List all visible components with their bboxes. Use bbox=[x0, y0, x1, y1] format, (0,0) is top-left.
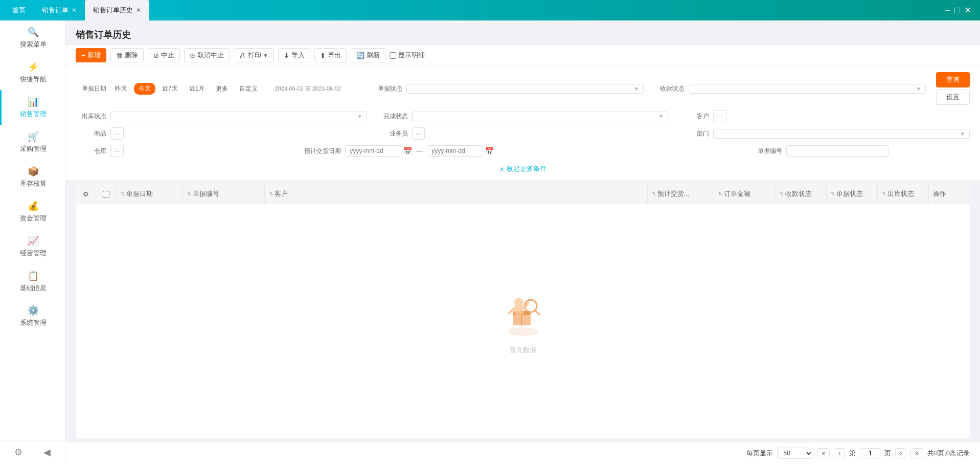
settings-bottom-icon[interactable]: ⚙ bbox=[14, 447, 22, 458]
order-number-input[interactable] bbox=[786, 145, 888, 157]
th-status[interactable]: ⇅ 单据状态 bbox=[827, 184, 878, 204]
calendar-start-icon[interactable]: 📅 bbox=[403, 147, 412, 155]
th-warehouse-status[interactable]: ⇅ 出库状态 bbox=[878, 184, 929, 204]
warehouse-status-select[interactable]: ▼ bbox=[110, 112, 367, 121]
goods-label: 商品 bbox=[76, 129, 106, 138]
import-button[interactable]: ⬇ 导入 bbox=[278, 48, 310, 62]
collapse-row[interactable]: ∧ 收起更多条件 bbox=[76, 162, 970, 173]
th-receipt[interactable]: ⇅ 收款状态 bbox=[776, 184, 827, 204]
date-tab-custom[interactable]: 自定义 bbox=[235, 83, 262, 95]
complete-status-select[interactable]: ▼ bbox=[412, 112, 669, 121]
order-status-label: 单据状态 bbox=[372, 84, 402, 93]
filter-area: 单据日期 昨天 今天 近7天 近1月 更多 自定义 2023-06-02 至 2 bbox=[65, 66, 980, 180]
goods-dots-btn[interactable]: ··· bbox=[110, 127, 124, 140]
tab-sales-order-close[interactable]: ✕ bbox=[72, 7, 77, 14]
date-tabs: 昨天 今天 近7天 近1月 更多 自定义 bbox=[110, 83, 262, 95]
sidebar: 🔍 搜索菜单 ⚡ 快捷导航 📊 销售管理 🛒 采购管理 📦 库存核算 💰 资金管… bbox=[0, 20, 65, 464]
basic-info-icon: 📋 bbox=[28, 270, 39, 281]
date-tab-today[interactable]: 今天 bbox=[134, 83, 155, 95]
filter-goods: 商品 ··· bbox=[76, 127, 367, 140]
date-tab-more[interactable]: 更多 bbox=[211, 83, 233, 95]
window-minimize[interactable]: − bbox=[945, 5, 951, 16]
th-date[interactable]: ⇅ 单据日期 bbox=[117, 184, 183, 204]
query-actions: 查询 设置 bbox=[936, 72, 970, 105]
tab-sales-order[interactable]: 销售订单 ✕ bbox=[34, 0, 85, 20]
collapse-icon[interactable]: ◀ bbox=[43, 447, 51, 458]
department-select[interactable]: ▼ bbox=[713, 129, 970, 139]
filter-order-number: 单据编号 bbox=[751, 145, 970, 157]
print-button[interactable]: 🖨 打印 ▼ bbox=[234, 48, 274, 62]
sidebar-item-operations[interactable]: 📈 经营管理 bbox=[0, 229, 65, 264]
complete-status-label: 完成状态 bbox=[377, 112, 408, 121]
tab-home[interactable]: 首页 bbox=[4, 0, 34, 20]
date-tab-last7[interactable]: 近7天 bbox=[157, 83, 183, 95]
th-amount[interactable]: ⇅ 订单金额 bbox=[714, 184, 776, 204]
sort-icon-number: ⇅ bbox=[187, 191, 191, 196]
sidebar-item-purchase-mgmt[interactable]: 🛒 采购管理 bbox=[0, 125, 65, 160]
collapse-label: 收起更多条件 bbox=[507, 164, 546, 173]
filter-row-2: 出库状态 ▼ 完成状态 ▼ 客户 ··· bbox=[76, 110, 970, 122]
delivery-date-start[interactable] bbox=[345, 145, 401, 157]
import-label: 导入 bbox=[291, 51, 305, 60]
th-number[interactable]: ⇅ 单据编号 bbox=[183, 184, 265, 204]
purchase-mgmt-icon: 🛒 bbox=[28, 131, 39, 142]
sort-icon-date: ⇅ bbox=[121, 191, 125, 196]
inventory-icon: 📦 bbox=[28, 166, 39, 177]
first-page-button[interactable]: « bbox=[817, 448, 830, 458]
select-all-checkbox[interactable] bbox=[103, 191, 109, 197]
delete-button[interactable]: 🗑 删除 bbox=[110, 48, 144, 62]
svg-line-6 bbox=[535, 311, 539, 315]
cancel-stop-button[interactable]: ⊙ 取消中止 bbox=[184, 48, 230, 62]
customer-dots-btn[interactable]: ··· bbox=[713, 110, 726, 122]
warehouse-dots-btn[interactable]: ··· bbox=[110, 145, 124, 157]
calendar-end-icon[interactable]: 📅 bbox=[485, 147, 494, 155]
date-tab-last1m[interactable]: 近1月 bbox=[185, 83, 210, 95]
prev-page-button[interactable]: ‹ bbox=[834, 448, 845, 458]
system-icon: ⚙️ bbox=[28, 305, 39, 316]
salesperson-dots-btn[interactable]: ··· bbox=[412, 127, 425, 140]
stop-icon: ⊘ bbox=[153, 52, 159, 59]
window-maximize[interactable]: □ bbox=[954, 5, 960, 16]
complete-status-chevron: ▼ bbox=[658, 114, 664, 119]
export-button[interactable]: ⬆ 导出 bbox=[314, 48, 347, 62]
sidebar-item-search-menu[interactable]: 🔍 搜索菜单 bbox=[0, 20, 65, 55]
order-status-select[interactable]: ▼ bbox=[406, 84, 644, 94]
sidebar-item-inventory[interactable]: 📦 库存核算 bbox=[0, 160, 65, 194]
next-page-button[interactable]: › bbox=[895, 448, 906, 458]
current-page-input[interactable] bbox=[860, 448, 880, 458]
delivery-date-end[interactable] bbox=[427, 145, 483, 157]
sidebar-item-operations-label: 经营管理 bbox=[20, 249, 47, 258]
sidebar-item-quick-nav[interactable]: ⚡ 快捷导航 bbox=[0, 55, 65, 90]
display-columns-checkbox[interactable] bbox=[390, 52, 396, 59]
sidebar-item-sales-mgmt[interactable]: 📊 销售管理 bbox=[0, 90, 65, 125]
query-button[interactable]: 查询 bbox=[936, 72, 970, 87]
sidebar-item-basic-info[interactable]: 📋 基础信息 bbox=[0, 264, 65, 299]
th-delivery[interactable]: ⇅ 预计交货... bbox=[648, 184, 714, 204]
display-columns-toggle[interactable]: 显示明细 bbox=[390, 51, 425, 60]
th-customer[interactable]: ⇅ 客户 bbox=[265, 184, 648, 204]
sidebar-item-basic-label: 基础信息 bbox=[20, 283, 47, 293]
th-date-label: 单据日期 bbox=[126, 189, 153, 198]
th-warehouse-label: 出库状态 bbox=[887, 189, 914, 198]
window-close[interactable]: ✕ bbox=[964, 5, 972, 16]
tab-sales-history[interactable]: 销售订单历史 ✕ bbox=[85, 0, 149, 20]
tab-sales-history-close[interactable]: ✕ bbox=[136, 7, 141, 14]
per-page-select[interactable]: 10 20 50 100 bbox=[777, 448, 813, 459]
sidebar-item-finance[interactable]: 💰 资金管理 bbox=[0, 194, 65, 229]
refresh-button[interactable]: 🔄 刷新 bbox=[351, 48, 385, 62]
filter-delivery-date: 预计交货日期 📅 — 📅 bbox=[304, 145, 741, 157]
sort-icon-customer: ⇅ bbox=[269, 191, 273, 196]
date-tab-yesterday[interactable]: 昨天 bbox=[110, 83, 132, 95]
new-button[interactable]: + 新增 bbox=[76, 48, 106, 62]
th-receipt-label: 收款状态 bbox=[785, 189, 812, 198]
receipt-status-select[interactable]: ▼ bbox=[689, 84, 926, 94]
top-bar: 首页 销售订单 ✕ 销售订单历史 ✕ − □ ✕ bbox=[0, 0, 980, 20]
sidebar-item-quick-nav-label: 快捷导航 bbox=[20, 75, 47, 84]
last-page-button[interactable]: » bbox=[910, 448, 923, 458]
quick-nav-icon: ⚡ bbox=[28, 61, 39, 73]
stop-button[interactable]: ⊘ 中止 bbox=[148, 48, 180, 62]
filter-settings-button[interactable]: 设置 bbox=[936, 90, 970, 105]
th-settings[interactable]: ⚙ bbox=[76, 185, 96, 203]
warehouse-status-label: 出库状态 bbox=[76, 112, 106, 121]
sidebar-item-system[interactable]: ⚙️ 系统管理 bbox=[0, 299, 65, 334]
